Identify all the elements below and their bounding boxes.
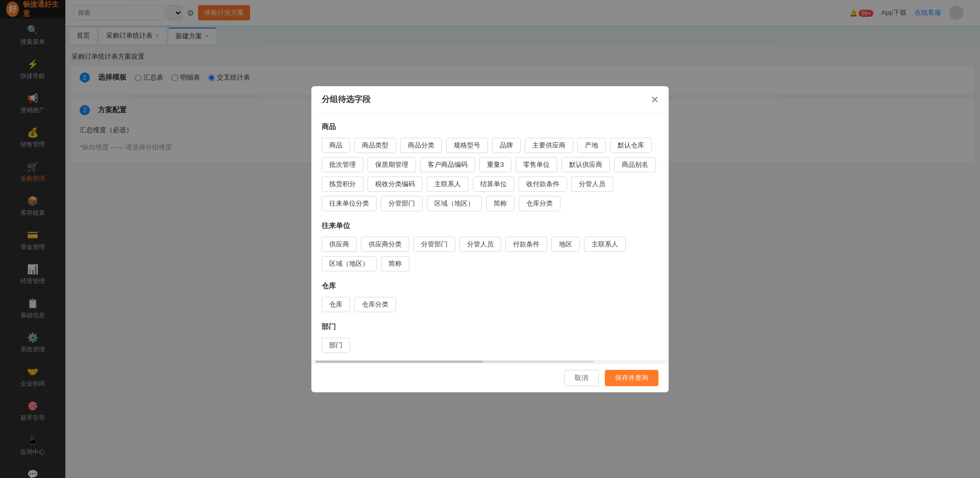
field-abbr[interactable]: 简称: [381, 256, 409, 271]
field-payment-terms[interactable]: 收付款条件: [519, 177, 567, 192]
field-select-modal: 分组待选字段 ✕ 商品 商品 商品类型 商品分类 规格型号 品牌 主要供应商 产…: [311, 86, 669, 392]
field-main-contact[interactable]: 主联系人: [427, 177, 469, 192]
field-payment-cond[interactable]: 付款条件: [505, 237, 547, 252]
field-retail-unit[interactable]: 零售单位: [516, 157, 557, 172]
section-partner-title: 往来单位: [322, 221, 658, 231]
field-default-supplier[interactable]: 默认供应商: [561, 157, 610, 172]
field-dept-partner[interactable]: 分管部门: [413, 237, 455, 252]
field-region2[interactable]: 区域（地区）: [322, 256, 377, 271]
field-wh-category-prod[interactable]: 仓库分类: [519, 196, 560, 211]
field-dept-person[interactable]: 分管人员: [459, 237, 501, 252]
field-supplier-category[interactable]: 供应商分类: [361, 237, 409, 252]
field-dept-mgmt[interactable]: 分管部门: [381, 196, 423, 211]
field-unit-category[interactable]: 往来单位分类: [322, 196, 377, 211]
cancel-button[interactable]: 取消: [564, 370, 599, 386]
section-warehouse: 仓库 仓库 仓库分类: [322, 282, 658, 312]
field-region-area[interactable]: 区域（地区）: [427, 196, 482, 211]
field-brand[interactable]: 品牌: [492, 138, 521, 153]
modal-title: 分组待选字段: [322, 94, 371, 105]
section-department-title: 部门: [322, 322, 658, 332]
section-warehouse-title: 仓库: [322, 282, 658, 291]
modal-footer: 取消 保存并查询: [311, 363, 669, 392]
field-area[interactable]: 地区: [551, 237, 580, 252]
field-default-warehouse[interactable]: 默认仓库: [610, 138, 652, 153]
field-wh[interactable]: 仓库: [322, 297, 350, 312]
partner-fields: 供应商 供应商分类 分管部门 分管人员 付款条件 地区 主联系人 区域（地区） …: [322, 237, 658, 271]
field-tax-code[interactable]: 税收分类编码: [368, 177, 423, 192]
close-icon[interactable]: ✕: [651, 94, 658, 106]
field-main-supplier[interactable]: 主要供应商: [525, 138, 573, 153]
field-pick-points[interactable]: 拣货积分: [322, 177, 363, 192]
modal-header: 分组待选字段 ✕: [311, 86, 669, 114]
department-fields: 部门: [322, 338, 658, 353]
section-product: 商品 商品 商品类型 商品分类 规格型号 品牌 主要供应商 产地 默认仓库 批次…: [322, 122, 658, 211]
field-weight3[interactable]: 重量3: [479, 157, 511, 172]
modal-body[interactable]: 商品 商品 商品类型 商品分类 规格型号 品牌 主要供应商 产地 默认仓库 批次…: [311, 114, 669, 360]
field-manager[interactable]: 分管人员: [571, 177, 613, 192]
field-spec-type[interactable]: 规格型号: [446, 138, 488, 153]
field-origin[interactable]: 产地: [577, 138, 606, 153]
section-department: 部门 部门: [322, 322, 658, 353]
section-product-title: 商品: [322, 122, 658, 132]
field-wh-category[interactable]: 仓库分类: [354, 297, 396, 312]
confirm-button[interactable]: 保存并查询: [605, 370, 658, 386]
modal-overlay: 分组待选字段 ✕ 商品 商品 商品类型 商品分类 规格型号 品牌 主要供应商 产…: [0, 0, 980, 478]
field-product-type[interactable]: 商品类型: [354, 138, 396, 153]
field-settlement-unit[interactable]: 结算单位: [473, 177, 514, 192]
field-batch-mgmt[interactable]: 批次管理: [322, 157, 363, 172]
field-product[interactable]: 商品: [322, 138, 350, 153]
warehouse-fields: 仓库 仓库分类: [322, 297, 658, 312]
field-supplier[interactable]: 供应商: [322, 237, 357, 252]
field-contact-partner[interactable]: 主联系人: [584, 237, 626, 252]
field-product-alias[interactable]: 商品别名: [614, 157, 656, 172]
field-short-name[interactable]: 简称: [486, 196, 514, 211]
section-partner: 往来单位 供应商 供应商分类 分管部门 分管人员 付款条件 地区 主联系人 区域…: [322, 221, 658, 271]
field-dep[interactable]: 部门: [322, 338, 350, 353]
field-quality-mgmt[interactable]: 保质期管理: [368, 157, 416, 172]
product-fields: 商品 商品类型 商品分类 规格型号 品牌 主要供应商 产地 默认仓库 批次管理 …: [322, 138, 658, 211]
field-product-category[interactable]: 商品分类: [400, 138, 442, 153]
field-customer-code[interactable]: 客户商品编码: [420, 157, 475, 172]
